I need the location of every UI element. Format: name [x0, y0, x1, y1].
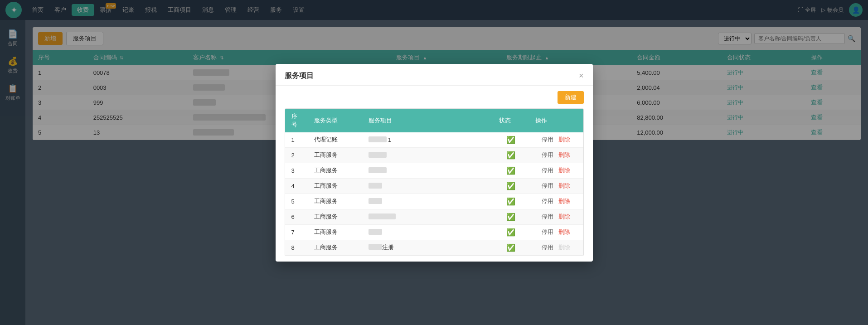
service-row: 8 工商服务 注册 ✅ 停用 删除: [285, 240, 583, 255]
modal-new-button[interactable]: 新建: [558, 91, 584, 104]
delete-button[interactable]: 删除: [558, 151, 570, 158]
delete-button[interactable]: 删除: [558, 228, 570, 235]
service-row: 3 工商服务 ✅ 停用 删除: [285, 163, 583, 178]
delete-button[interactable]: 删除: [558, 182, 570, 189]
service-table: 序号 服务类型 服务项目 状态 操作: [285, 109, 583, 132]
svc-col-action: 操作: [529, 109, 583, 132]
svc-col-status: 状态: [493, 109, 529, 132]
status-check-icon: ✅: [506, 182, 515, 190]
modal-toolbar: 新建: [285, 91, 584, 104]
stop-button[interactable]: 停用: [542, 151, 553, 158]
svc-col-seq: 序号: [285, 109, 308, 132]
svc-col-type: 服务类型: [308, 109, 362, 132]
delete-button[interactable]: 删除: [558, 213, 570, 220]
stop-button[interactable]: 停用: [542, 136, 553, 143]
status-check-icon: ✅: [506, 151, 515, 159]
service-table-wrapper: 序号 服务类型 服务项目 状态 操作 1 代理记账: [285, 108, 584, 256]
service-row: 5 工商服务 ✅ 停用 删除: [285, 194, 583, 209]
service-table-header: 序号 服务类型 服务项目 状态 操作: [285, 109, 583, 132]
svc-col-item: 服务项目: [362, 109, 493, 132]
status-check-icon: ✅: [506, 136, 515, 144]
delete-button[interactable]: 删除: [558, 167, 570, 174]
stop-button[interactable]: 停用: [542, 213, 553, 220]
modal-close-button[interactable]: ×: [579, 71, 584, 81]
delete-button-disabled: 删除: [558, 244, 570, 251]
status-check-icon: ✅: [506, 167, 515, 175]
modal-title: 服务项目: [285, 71, 314, 81]
stop-button[interactable]: 停用: [542, 167, 553, 174]
stop-button[interactable]: 停用: [542, 244, 553, 251]
status-check-icon: ✅: [506, 228, 515, 236]
service-table-body-table: 1 代理记账 1 ✅ 停用 删除 2: [285, 132, 583, 256]
stop-button[interactable]: 停用: [542, 198, 553, 204]
service-table-scroll[interactable]: 1 代理记账 1 ✅ 停用 删除 2: [285, 132, 583, 256]
service-table-body: 1 代理记账 1 ✅ 停用 删除 2: [285, 132, 583, 256]
service-row: 2 工商服务 ✅ 停用 删除: [285, 147, 583, 163]
service-row: 4 工商服务 ✅ 停用 删除: [285, 178, 583, 194]
service-row: 1 代理记账 1 ✅ 停用 删除: [285, 132, 583, 148]
service-row: 7 工商服务 ✅ 停用 删除: [285, 224, 583, 240]
modal-header: 服务项目 ×: [276, 64, 593, 86]
modal-body: 新建 序号 服务类型 服务项目 状态 操作: [276, 86, 593, 262]
service-row: 6 工商服务 ✅ 停用 删除: [285, 209, 583, 224]
stop-button[interactable]: 停用: [542, 182, 553, 189]
status-check-icon: ✅: [506, 213, 515, 221]
delete-button[interactable]: 删除: [558, 136, 570, 143]
status-check-icon: ✅: [506, 244, 515, 252]
modal-overlay[interactable]: 服务项目 × 新建 序号 服务类型 服务项目 状态 操作: [0, 0, 868, 325]
status-check-icon: ✅: [506, 198, 515, 205]
delete-button[interactable]: 删除: [558, 198, 570, 204]
stop-button[interactable]: 停用: [542, 228, 553, 235]
service-modal: 服务项目 × 新建 序号 服务类型 服务项目 状态 操作: [276, 64, 593, 262]
